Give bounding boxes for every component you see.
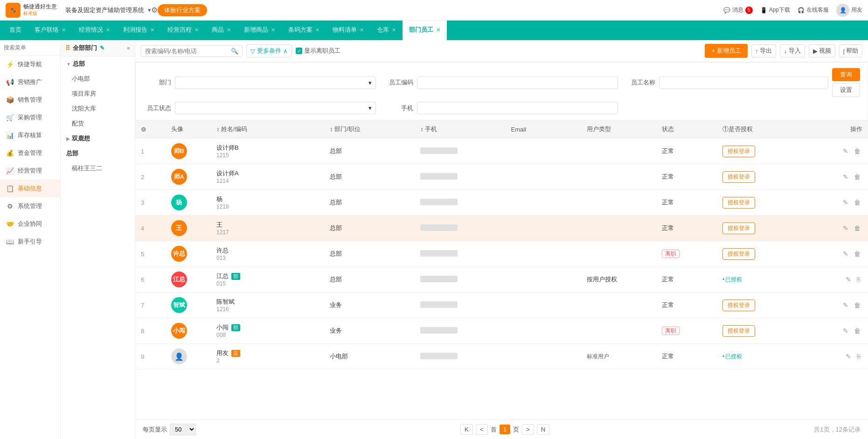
tree-item-xiangmu[interactable]: 项目库房 <box>61 86 135 101</box>
delete-icon[interactable]: 🗑 <box>852 172 862 181</box>
sidebar-item-purchase[interactable]: 🛒 采购管理 <box>0 109 60 126</box>
tab-employees[interactable]: 部门员工✕ <box>403 21 447 40</box>
app-download-btn[interactable]: 📱 App下载 <box>760 6 790 14</box>
view-button[interactable]: ▶ 视频 <box>809 44 835 57</box>
auth-btn[interactable]: 授权登录 <box>722 300 755 311</box>
tab-profit[interactable]: 利润报告✕ <box>117 21 161 40</box>
close-icon[interactable]: ✕ <box>271 27 275 33</box>
auth-btn[interactable]: 授权登录 <box>722 146 755 157</box>
edit-icon[interactable]: ✎ <box>844 352 853 361</box>
tab-goods[interactable]: 商品✕ <box>205 21 237 40</box>
message-btn[interactable]: 💬 消息 5 <box>723 6 753 14</box>
delete-icon[interactable]: 🗑 <box>852 249 862 258</box>
delete-icon[interactable]: 🗑 <box>852 326 862 335</box>
tab-barcode[interactable]: 条码方案✕ <box>282 21 326 40</box>
auth-btn[interactable]: 授权登录 <box>722 325 755 337</box>
close-icon[interactable]: ✕ <box>436 27 440 33</box>
gear-icon[interactable]: ⚙ <box>151 6 158 14</box>
edit-icon[interactable]: ✎ <box>841 198 850 207</box>
user-area[interactable]: 👤 用友 <box>836 4 862 17</box>
delete-icon[interactable]: 🗑 <box>852 223 862 233</box>
close-icon[interactable]: ✕ <box>227 27 231 33</box>
edit-icon[interactable]: ✎ <box>841 326 850 335</box>
per-page-select[interactable]: 50 100 200 <box>170 424 196 435</box>
tree-item-shuanglu[interactable]: ▶ 双鹿想 <box>61 131 135 146</box>
trial-button[interactable]: 体验行业方案 <box>158 4 207 16</box>
prev-page-btn[interactable]: < <box>476 424 488 435</box>
import-button[interactable]: ↓ 导入 <box>780 44 805 57</box>
tab-home[interactable]: 首页 <box>3 21 28 40</box>
sidebar-item-inventory[interactable]: 📊 库存核算 <box>0 126 60 144</box>
tab-history[interactable]: 经营历程✕ <box>161 21 205 40</box>
show-resigned-toggle[interactable]: ✓ 显示离职员工 <box>296 47 340 55</box>
first-page-btn[interactable]: K <box>460 424 473 435</box>
system-title-dropdown[interactable]: ▾ <box>148 7 151 14</box>
sidebar-item-system[interactable]: ⚙ 系统管理 <box>0 197 60 215</box>
next-page-btn[interactable]: > <box>522 424 534 435</box>
sidebar-item-marketing[interactable]: 📢 营销推广 <box>0 73 60 91</box>
close-icon[interactable]: ✕ <box>106 27 110 33</box>
search-input[interactable] <box>145 48 229 55</box>
col-settings[interactable]: ⚙ <box>135 120 166 139</box>
tree-item-zongbu2[interactable]: 总部 <box>61 146 135 161</box>
edit-icon[interactable]: ✎ <box>841 300 850 310</box>
tab-warehouse[interactable]: 仓库✕ <box>370 21 403 40</box>
close-icon[interactable]: ✕ <box>62 27 66 33</box>
close-icon[interactable]: ✕ <box>150 27 154 33</box>
edit-icon[interactable]: ✎ <box>844 275 853 284</box>
last-page-btn[interactable]: N <box>537 424 550 435</box>
query-button[interactable]: 查询 <box>832 68 860 81</box>
tree-item-peihuo[interactable]: 配货 <box>61 116 135 131</box>
sidebar-item-enterprise[interactable]: 🤝 企业协同 <box>0 215 60 233</box>
delete-icon[interactable]: 🗑 <box>852 198 862 207</box>
tab-bom[interactable]: 物料清单✕ <box>326 21 370 40</box>
auth-btn[interactable]: 授权登录 <box>722 197 755 209</box>
phone-input[interactable] <box>417 102 618 114</box>
copy-icon[interactable]: ⎘ <box>855 275 862 284</box>
tree-item-xiaodibu[interactable]: 小电部 <box>61 71 135 86</box>
close-icon[interactable]: ✕ <box>194 27 199 33</box>
collapse-icon[interactable]: « <box>127 45 130 51</box>
auth-btn[interactable]: 授权登录 <box>722 248 755 260</box>
close-icon[interactable]: ✕ <box>360 27 364 33</box>
search-input[interactable] <box>4 44 61 51</box>
sidebar-item-base[interactable]: 📋 基础信息 <box>0 180 60 197</box>
close-icon[interactable]: ✕ <box>315 27 319 33</box>
sidebar-item-business[interactable]: 📈 经营管理 <box>0 162 60 180</box>
tree-item-shenyang[interactable]: 沈阳大库 <box>61 101 135 116</box>
tab-customer[interactable]: 客户联络✕ <box>28 21 72 40</box>
emp-name-input[interactable] <box>659 77 828 89</box>
edit-icon[interactable]: ✎ <box>100 45 104 51</box>
dept-select[interactable]: ▾ <box>175 77 376 89</box>
emp-status-select[interactable]: ▾ <box>175 102 376 114</box>
sidebar-item-finance[interactable]: 💰 资金管理 <box>0 144 60 162</box>
edit-icon[interactable]: ✎ <box>841 172 850 181</box>
add-employee-button[interactable]: + 新增员工 <box>705 44 747 58</box>
tree-item-gaozhu[interactable]: 槁柱王三二 <box>61 161 135 176</box>
help-button[interactable]: | 帮助 <box>839 44 862 57</box>
col-dept-role[interactable]: ↕ 部门/职位 <box>324 120 415 139</box>
edit-icon[interactable]: ✎ <box>841 146 850 156</box>
tab-add-goods[interactable]: 新增商品✕ <box>237 21 282 40</box>
tab-operation[interactable]: 经营情况✕ <box>72 21 117 40</box>
edit-icon[interactable]: ✎ <box>841 223 850 233</box>
online-service-btn[interactable]: 🎧 在线客服 <box>798 6 829 14</box>
tree-item-zongbu-group[interactable]: ▼ 总部 <box>61 56 135 71</box>
sidebar-item-shortcut[interactable]: ⚡ 快捷导航 <box>0 56 60 73</box>
col-name-code[interactable]: ↕ 姓名/编码 <box>211 120 324 139</box>
per-page: 每页显示 50 100 200 <box>143 424 196 435</box>
filter-more-btn[interactable]: ▽ 更多条件 ∧ <box>246 44 292 57</box>
delete-icon[interactable]: 🗑 <box>852 300 862 310</box>
export-button[interactable]: ↑ 导出 <box>751 44 777 57</box>
auth-btn[interactable]: 授权登录 <box>722 171 755 183</box>
auth-btn[interactable]: 授权登录 <box>722 223 755 234</box>
sidebar-item-guide[interactable]: 📖 新手引导 <box>0 233 60 251</box>
col-phone[interactable]: ↕ 手机 <box>415 120 505 139</box>
reset-button[interactable]: 设置 <box>832 83 860 97</box>
delete-icon[interactable]: 🗑 <box>852 146 862 156</box>
edit-icon[interactable]: ✎ <box>841 249 850 258</box>
copy-icon[interactable]: ⎘ <box>855 352 862 361</box>
close-icon[interactable]: ✕ <box>392 27 396 33</box>
emp-code-input[interactable] <box>417 77 618 89</box>
sidebar-item-sales[interactable]: 📦 销售管理 <box>0 91 60 109</box>
